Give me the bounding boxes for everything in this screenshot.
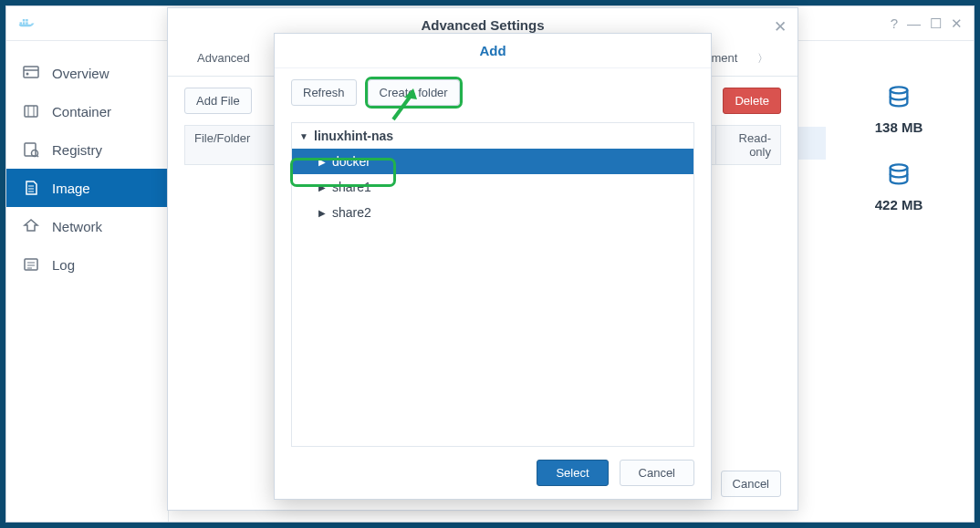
svg-rect-1: [23, 22, 25, 25]
image-icon: [23, 180, 39, 196]
help-icon[interactable]: ?: [891, 16, 898, 31]
svg-rect-0: [20, 22, 23, 25]
image-size-badge: 422 MB: [875, 162, 923, 212]
refresh-button[interactable]: Refresh: [291, 79, 357, 106]
column-readonly: Read-only: [716, 126, 780, 164]
image-sizes: 138 MB 422 MB: [844, 85, 954, 212]
svg-point-21: [891, 87, 908, 93]
tree-label: linuxhint-nas: [314, 129, 393, 143]
select-button[interactable]: Select: [537, 460, 608, 486]
sidebar-item-log[interactable]: Log: [6, 245, 168, 284]
log-icon: [23, 256, 39, 273]
sidebar: Overview Container Registry Image Networ…: [6, 41, 169, 522]
toolbar: Refresh Create folder: [275, 68, 711, 117]
add-file-button[interactable]: Add File: [184, 88, 252, 114]
create-folder-button[interactable]: Create folder: [368, 79, 460, 106]
add-dialog: Add Refresh Create folder ▼ linuxhint-na…: [274, 33, 712, 500]
svg-line-13: [37, 156, 39, 158]
tree-root[interactable]: ▼ linuxhint-nas: [292, 123, 693, 149]
sidebar-item-overview[interactable]: Overview: [6, 54, 168, 92]
database-icon: [886, 85, 912, 114]
maximize-icon[interactable]: ☐: [930, 16, 942, 32]
svg-rect-4: [26, 19, 28, 22]
svg-rect-2: [26, 22, 28, 25]
database-icon: [886, 162, 912, 192]
minimize-icon[interactable]: —: [907, 16, 921, 31]
sidebar-label: Network: [52, 219, 102, 234]
tab-advanced[interactable]: Advanced: [184, 42, 263, 76]
svg-rect-3: [23, 19, 25, 22]
image-size: 138 MB: [875, 119, 923, 135]
svg-rect-5: [24, 67, 38, 78]
close-icon[interactable]: ✕: [774, 17, 787, 36]
svg-point-22: [891, 164, 908, 171]
sidebar-label: Image: [52, 181, 90, 196]
sidebar-label: Overview: [52, 66, 109, 81]
cancel-button[interactable]: Cancel: [721, 471, 781, 497]
chevron-right-icon[interactable]: 〉: [757, 52, 768, 65]
sidebar-item-container[interactable]: Container: [6, 92, 168, 130]
tree-item-share1[interactable]: ▶ share1: [292, 174, 693, 200]
window-controls: ? — ☐ ✕: [891, 16, 963, 32]
tree-item-docker[interactable]: ▶ docker: [292, 149, 693, 174]
container-icon: [23, 103, 39, 119]
dialog-footer: Select Cancel: [537, 460, 694, 486]
sidebar-item-registry[interactable]: Registry: [6, 130, 168, 169]
svg-rect-8: [25, 106, 37, 117]
tree-label: share1: [332, 180, 371, 194]
registry-icon: [23, 141, 39, 158]
overview-icon: [23, 65, 39, 81]
docker-logo-icon: [17, 15, 36, 33]
sidebar-label: Container: [52, 104, 111, 119]
image-size: 422 MB: [875, 197, 923, 212]
delete-button[interactable]: Delete: [723, 88, 781, 114]
chevron-right-icon: ▶: [318, 208, 327, 218]
chevron-right-icon: ▶: [318, 157, 327, 167]
chevron-right-icon: ▶: [318, 182, 327, 192]
sidebar-label: Registry: [52, 142, 102, 158]
image-size-badge: 138 MB: [875, 85, 923, 135]
cancel-button[interactable]: Cancel: [620, 460, 694, 486]
sidebar-item-image[interactable]: Image: [6, 169, 168, 207]
tree-label: docker: [332, 154, 370, 169]
tree-label: share2: [332, 205, 371, 220]
svg-point-7: [26, 73, 29, 76]
folder-tree[interactable]: ▼ linuxhint-nas ▶ docker ▶ share1 ▶ shar…: [291, 122, 694, 447]
tree-item-share2[interactable]: ▶ share2: [292, 200, 693, 225]
chevron-down-icon: ▼: [299, 131, 308, 141]
dialog-title: Add: [275, 34, 711, 68]
sidebar-item-network[interactable]: Network: [6, 207, 168, 245]
close-icon[interactable]: ✕: [951, 16, 963, 32]
sidebar-label: Log: [52, 257, 75, 273]
network-icon: [23, 218, 39, 234]
